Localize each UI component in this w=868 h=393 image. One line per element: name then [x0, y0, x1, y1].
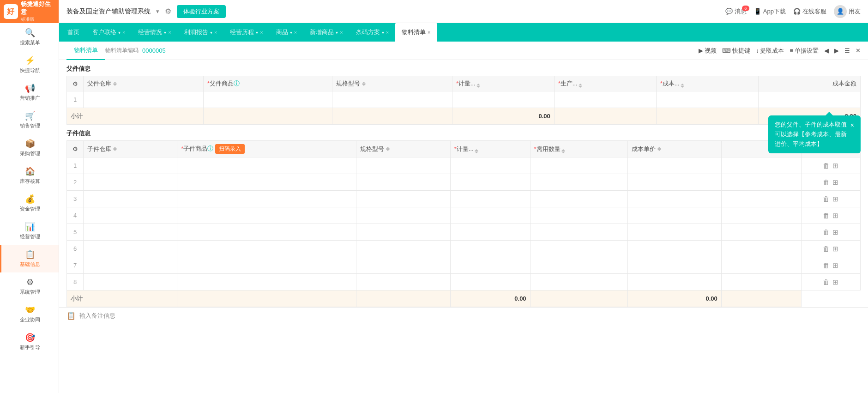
delete-icon-5[interactable]: 🗑 — [823, 245, 830, 253]
child-cell-warehouse-1[interactable] — [84, 174, 177, 191]
child-cell-spec-6[interactable] — [356, 257, 450, 274]
child-cell-spec-0[interactable] — [356, 157, 450, 174]
copy-icon-2[interactable]: ⊞ — [832, 195, 838, 203]
parent-cell-product[interactable] — [203, 91, 332, 108]
child-cell-qty-3[interactable] — [530, 207, 627, 224]
sidebar-item-0[interactable]: 🔍搜索菜单 — [0, 23, 59, 51]
delete-icon-3[interactable]: 🗑 — [823, 212, 830, 220]
sub-tab-bill[interactable]: 物料清单 — [66, 42, 105, 60]
child-cell-spec-3[interactable] — [356, 207, 450, 224]
child-cell-unit-price-2[interactable] — [627, 191, 721, 207]
nav-next-icon[interactable]: ▶ — [834, 47, 839, 54]
copy-icon-1[interactable]: ⊞ — [832, 178, 838, 187]
sidebar-item-2[interactable]: 📢营销推广 — [0, 79, 59, 106]
child-cell-qty-1[interactable] — [530, 174, 627, 191]
bottom-hint-text[interactable]: 输入备注信息 — [79, 312, 115, 320]
sidebar-item-1[interactable]: ⚡快捷导航 — [0, 51, 59, 79]
child-cell-qty-2[interactable] — [530, 191, 627, 207]
child-cell-unit-2[interactable] — [450, 191, 530, 207]
child-cell-unit-price-1[interactable] — [627, 174, 721, 191]
shortcut-action[interactable]: ⌨ 快捷键 — [722, 47, 750, 55]
child-cell-warehouse-6[interactable] — [84, 257, 177, 274]
sidebar-item-11[interactable]: 🎯新手引导 — [0, 328, 59, 356]
system-dropdown-arrow[interactable]: ▾ — [156, 8, 159, 15]
nav-tab-0[interactable]: 首页 — [61, 23, 86, 42]
message-btn[interactable]: 💬 消息 6 — [725, 7, 747, 16]
parent-cell-unit[interactable] — [452, 91, 554, 108]
child-cell-unit-price-3[interactable] — [627, 207, 721, 224]
child-cell-product-2[interactable] — [177, 191, 356, 207]
nav-tab-close-7[interactable]: × — [386, 30, 389, 35]
doc-settings-action[interactable]: ≡ 单据设置 — [790, 47, 819, 55]
child-cell-warehouse-4[interactable] — [84, 224, 177, 241]
child-cell-qty-7[interactable] — [530, 274, 627, 290]
child-cell-product-0[interactable] — [177, 157, 356, 174]
copy-icon-5[interactable]: ⊞ — [832, 245, 838, 253]
nav-tab-close-3[interactable]: × — [214, 30, 217, 35]
child-cell-unit-price-7[interactable] — [627, 274, 721, 290]
child-th-settings[interactable]: ⚙ — [67, 141, 84, 157]
delete-icon-1[interactable]: 🗑 — [823, 178, 830, 187]
parent-th-settings[interactable]: ⚙ — [67, 76, 84, 91]
nav-tab-5[interactable]: 商品▾× — [270, 23, 303, 42]
nav-prev-icon[interactable]: ◀ — [824, 47, 829, 54]
child-cell-warehouse-3[interactable] — [84, 207, 177, 224]
close-tab-icon[interactable]: ✕ — [856, 47, 861, 54]
delete-icon-4[interactable]: 🗑 — [823, 228, 830, 236]
nav-tab-4[interactable]: 经营历程▾× — [223, 23, 269, 42]
sidebar-item-8[interactable]: 📋基础信息 — [0, 245, 59, 272]
sidebar-item-6[interactable]: 💰资金管理 — [0, 189, 59, 217]
nav-tab-close-6[interactable]: × — [340, 30, 343, 35]
nav-tab-close-1[interactable]: × — [122, 30, 125, 35]
nav-tab-6[interactable]: 新增商品▾× — [303, 23, 349, 42]
child-cell-unit-1[interactable] — [450, 174, 530, 191]
scan-input-button[interactable]: 扫码录入 — [215, 144, 245, 154]
sidebar-item-5[interactable]: 🏠库存核算 — [0, 162, 59, 189]
child-cell-warehouse-0[interactable] — [84, 157, 177, 174]
nav-tab-1[interactable]: 客户联络▾× — [86, 23, 132, 42]
nav-tab-close-2[interactable]: × — [168, 30, 171, 35]
nav-tab-3[interactable]: 利润报告▾× — [178, 23, 223, 42]
sidebar-item-7[interactable]: 📊经营管理 — [0, 217, 59, 245]
child-cell-unit-5[interactable] — [450, 241, 530, 257]
child-cell-unit-6[interactable] — [450, 257, 530, 274]
child-cell-unit-price-0[interactable] — [627, 157, 721, 174]
child-cell-unit-4[interactable] — [450, 224, 530, 241]
child-cell-unit-price-6[interactable] — [627, 257, 721, 274]
child-cell-unit-0[interactable] — [450, 157, 530, 174]
extract-cost-action[interactable]: ↓ 提取成本 — [756, 47, 784, 55]
child-cell-warehouse-2[interactable] — [84, 191, 177, 207]
copy-icon-4[interactable]: ⊞ — [832, 228, 838, 236]
child-cell-spec-4[interactable] — [356, 224, 450, 241]
child-cell-product-7[interactable] — [177, 274, 356, 290]
copy-icon-6[interactable]: ⊞ — [832, 261, 838, 270]
online-service-btn[interactable]: 🎧 在线客服 — [793, 7, 826, 16]
copy-icon-0[interactable]: ⊞ — [832, 162, 838, 170]
child-cell-spec-7[interactable] — [356, 274, 450, 290]
child-cell-product-6[interactable] — [177, 257, 356, 274]
child-cell-product-5[interactable] — [177, 241, 356, 257]
child-cell-unit-3[interactable] — [450, 207, 530, 224]
experience-button[interactable]: 体验行业方案 — [177, 5, 226, 18]
delete-icon-6[interactable]: 🗑 — [823, 261, 830, 270]
tooltip-close-button[interactable]: × — [850, 120, 854, 130]
parent-cell-cost[interactable] — [656, 91, 758, 108]
child-cell-warehouse-7[interactable] — [84, 274, 177, 290]
copy-icon-3[interactable]: ⊞ — [832, 212, 838, 220]
child-cell-unit-price-4[interactable] — [627, 224, 721, 241]
gear-icon[interactable]: ⚙ — [165, 7, 171, 16]
child-cell-spec-1[interactable] — [356, 174, 450, 191]
user-menu[interactable]: 👤 用友 — [834, 5, 861, 18]
child-cell-unit-price-5[interactable] — [627, 241, 721, 257]
child-cell-qty-0[interactable] — [530, 157, 627, 174]
child-cell-warehouse-5[interactable] — [84, 241, 177, 257]
video-action[interactable]: ▶ 视频 — [699, 47, 717, 55]
nav-tab-close-8[interactable]: × — [428, 30, 430, 35]
sidebar-item-4[interactable]: 📦采购管理 — [0, 134, 59, 162]
nav-tab-close-4[interactable]: × — [260, 30, 263, 35]
app-download-btn[interactable]: 📱 App下载 — [754, 7, 786, 16]
nav-tab-2[interactable]: 经营情况▾× — [132, 23, 177, 42]
nav-tab-close-5[interactable]: × — [294, 30, 297, 35]
child-cell-product-1[interactable] — [177, 174, 356, 191]
parent-cell-produce[interactable] — [554, 91, 656, 108]
